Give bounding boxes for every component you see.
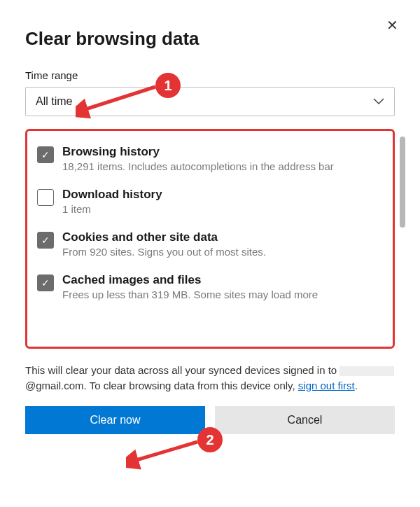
- option-title: Download history: [62, 188, 162, 202]
- checkbox[interactable]: [37, 189, 54, 206]
- close-button[interactable]: ✕: [381, 14, 403, 36]
- option-desc: From 920 sites. Signs you out of most si…: [62, 246, 266, 258]
- sign-out-link[interactable]: sign out first: [298, 380, 355, 391]
- options-list: ✓Browsing history18,291 items. Includes …: [25, 129, 395, 349]
- dialog-title: Clear browsing data: [25, 28, 395, 50]
- option-row: ✓Cached images and filesFrees up less th…: [30, 268, 390, 310]
- option-desc: 1 item: [62, 203, 162, 215]
- option-title: Cookies and other site data: [62, 230, 266, 244]
- option-row: ✓Cookies and other site dataFrom 920 sit…: [30, 225, 390, 268]
- close-icon: ✕: [386, 17, 398, 34]
- option-title: Cached images and files: [62, 273, 318, 287]
- checkbox[interactable]: ✓: [37, 232, 54, 249]
- chevron-down-icon: [373, 96, 384, 107]
- redacted-email-user: [340, 366, 394, 376]
- time-range-value: All time: [36, 95, 72, 108]
- option-row: Download history1 item: [30, 182, 390, 225]
- option-text: Download history1 item: [62, 188, 162, 215]
- annotation-marker-2: 2: [197, 427, 223, 452]
- footnote-text: This will clear your data across all you…: [25, 363, 395, 394]
- option-text: Browsing history18,291 items. Includes a…: [62, 145, 334, 172]
- clear-now-button[interactable]: Clear now: [25, 406, 205, 434]
- time-range-select[interactable]: All time: [25, 87, 395, 116]
- option-desc: Frees up less than 319 MB. Some sites ma…: [62, 289, 318, 300]
- scrollbar[interactable]: [400, 137, 405, 228]
- checkbox[interactable]: ✓: [37, 146, 54, 163]
- checkbox[interactable]: ✓: [37, 275, 54, 291]
- annotation-marker-1: 1: [155, 73, 181, 98]
- option-title: Browsing history: [62, 145, 334, 159]
- cancel-button[interactable]: Cancel: [215, 406, 395, 434]
- clear-browsing-data-dialog: ✕ Clear browsing data Time range All tim…: [0, 0, 420, 448]
- option-desc: 18,291 items. Includes autocompletions i…: [62, 160, 334, 172]
- option-text: Cookies and other site dataFrom 920 site…: [62, 230, 266, 258]
- option-text: Cached images and filesFrees up less tha…: [62, 273, 318, 300]
- option-row: ✓Browsing history18,291 items. Includes …: [30, 139, 390, 182]
- time-range-label: Time range: [25, 69, 395, 81]
